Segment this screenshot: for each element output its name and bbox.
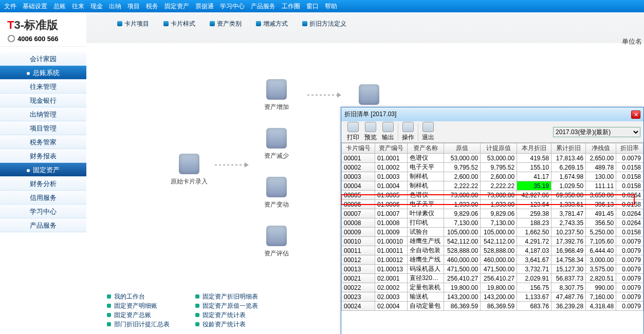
tool-卡片样式[interactable]: 卡片样式 (163, 20, 195, 28)
menu-文件[interactable]: 文件 (4, 2, 16, 11)
link-我的工作台[interactable]: 我的工作台 (107, 292, 170, 301)
nav-信用服务[interactable]: 信用服务 (0, 191, 86, 205)
exit-button[interactable]: 退出 (419, 122, 437, 142)
operate-button[interactable]: 操作 (399, 122, 417, 142)
row-id: 00023 (342, 292, 375, 302)
row-id: 00009 (342, 228, 375, 237)
flow-资产变动[interactable]: 资产变动 (256, 177, 297, 209)
table-row[interactable]: 0000801.0008打印机7,130.007,130.00188.232,7… (342, 218, 643, 228)
cell-value: 0.0264 (616, 191, 643, 200)
cell-value: 17,813.46 (551, 154, 586, 163)
table-row[interactable]: 0001101.00011全自动包装528,888.00528,888.004,… (342, 246, 643, 255)
table-row[interactable]: 0002202.0002定量包装机19,800.0019,800.00156.7… (342, 283, 643, 292)
flow-icon (359, 84, 379, 105)
col-计提原值[interactable]: 计提原值 (481, 143, 517, 154)
nav-会计家园[interactable]: 会计家园 (0, 52, 86, 66)
print-button[interactable]: 打印 (344, 122, 362, 142)
cell-value: 155.10 (517, 163, 551, 172)
tool-资产类别[interactable]: 资产类别 (210, 20, 242, 28)
link-固定资产折旧明细表[interactable]: 固定资产折旧明细表 (195, 292, 258, 301)
asset-name: 全自动包装 (407, 246, 444, 255)
menu-项目[interactable]: 项目 (127, 2, 140, 11)
nav-固定资产[interactable]: 固定资产 (0, 163, 86, 177)
table-row[interactable]: 0002102.0001直径3200咸256,410.27256,410.272… (342, 274, 643, 283)
link-固定资产明细账[interactable]: 固定资产明细账 (107, 301, 170, 310)
link-固定资产统计表[interactable]: 固定资产统计表 (195, 310, 258, 320)
cell-value: 2,650.00 (586, 154, 616, 163)
menu-往来[interactable]: 往来 (72, 2, 84, 11)
flow-right[interactable] (348, 84, 390, 108)
table-row[interactable]: 0000701.0007叶绿素仪9,829.069,829.06259.383,… (342, 209, 643, 218)
row-id: 00007 (342, 209, 375, 218)
col-折旧率[interactable]: 折旧率 (616, 143, 643, 154)
tool-折旧方法定义[interactable]: 折旧方法定义 (302, 20, 346, 28)
nav-项目管理[interactable]: 项目管理 (0, 121, 86, 135)
menu-票据通[interactable]: 票据通 (195, 2, 214, 11)
nav-总账系统[interactable]: 总账系统 (0, 66, 86, 80)
table-row[interactable]: 0000501.0005色谱仪73,000.0073,000.0042,927.… (342, 191, 643, 200)
tool-增减方式[interactable]: 增减方式 (256, 20, 288, 28)
menu-出纳[interactable]: 出纳 (109, 2, 121, 11)
preview-button[interactable]: 预览 (362, 122, 379, 142)
table-row[interactable]: 0002402.0004自动定量包86,369.5986,369.59683.7… (342, 302, 643, 311)
tool-卡片项目[interactable]: 卡片项目 (117, 20, 149, 28)
asset-name: 试验台 (407, 228, 444, 237)
col-资产名称[interactable]: 资产名称 (407, 143, 444, 154)
flow-entry[interactable]: 原始卡片录入 (169, 154, 210, 186)
grid-scroll[interactable]: 卡片编号资产编号资产名称原值计提原值本月折旧累计折旧净残值折旧率 0000101… (341, 143, 643, 334)
table-row[interactable]: 0000901.0009试验台105,000.00105,000.001,662… (342, 228, 643, 237)
table-row[interactable]: 0000201.0002电子天平9,795.529,795.52155.106,… (342, 163, 643, 172)
cell-value: 256,410.27 (481, 274, 517, 283)
link-役龄资产统计表[interactable]: 役龄资产统计表 (195, 320, 258, 329)
table-row[interactable]: 0000101.0001色谱仪53,000.0053,000.00419.581… (342, 154, 643, 163)
nav-学习中心[interactable]: 学习中心 (0, 205, 86, 218)
col-原值[interactable]: 原值 (444, 143, 481, 154)
link-固定资产总账[interactable]: 固定资产总账 (107, 310, 170, 320)
flow-资产评估[interactable]: 资产评估 (256, 226, 297, 258)
nav-现金银行[interactable]: 现金银行 (0, 94, 86, 107)
table-row[interactable]: 0000601.0006电子天平1,933.001,933.00123.641,… (342, 200, 643, 209)
asset-code: 01.00013 (375, 265, 407, 274)
menu-基础设置[interactable]: 基础设置 (23, 2, 47, 11)
nav-list: 会计家园总账系统往来管理现金银行出纳管理项目管理税务管家财务报表固定资产财务分析… (0, 52, 86, 232)
cell-value: 471,500.00 (444, 265, 481, 274)
menu-固定资产[interactable]: 固定资产 (164, 2, 189, 11)
row-id: 00003 (342, 172, 375, 181)
nav-税务管家[interactable]: 税务管家 (0, 135, 86, 149)
menu-现金[interactable]: 现金 (90, 2, 103, 11)
link-固定资产原值一览表[interactable]: 固定资产原值一览表 (195, 301, 258, 310)
nav-产品服务[interactable]: 产品服务 (0, 218, 86, 232)
table-row[interactable]: 0000301.0003制样机2,600.002,600.0041.171,67… (342, 172, 643, 181)
table-row[interactable]: 0001201.00012雄鹰生产线460,000.00460,000.003,… (342, 255, 643, 265)
flow-资产增加[interactable]: 资产增加 (256, 79, 297, 112)
cell-value: 35.19 (517, 181, 551, 191)
nav-财务分析[interactable]: 财务分析 (0, 177, 86, 191)
nav-出纳管理[interactable]: 出纳管理 (0, 107, 86, 121)
menu-学习中心[interactable]: 学习中心 (220, 2, 245, 11)
col-卡片编号[interactable]: 卡片编号 (342, 143, 375, 154)
link-部门折旧计提汇总表[interactable]: 部门折旧计提汇总表 (107, 320, 170, 329)
nav-财务报表[interactable]: 财务报表 (0, 149, 86, 163)
col-本月折旧[interactable]: 本月折旧 (517, 143, 551, 154)
menu-窗口[interactable]: 窗口 (306, 2, 319, 11)
period-select[interactable]: 2017.03(登录)(最新) (553, 127, 640, 137)
flow-资产减少[interactable]: 资产减少 (256, 128, 297, 160)
table-row[interactable]: 0000401.0004制样机2,222.222,222.2235.191,02… (342, 181, 643, 191)
menu-税务[interactable]: 税务 (146, 2, 158, 11)
menu-工作圈[interactable]: 工作圈 (282, 2, 300, 11)
export-button[interactable]: 输出 (379, 122, 397, 142)
cell-value: 356.50 (586, 218, 616, 228)
col-累计折旧[interactable]: 累计折旧 (551, 143, 586, 154)
table-row[interactable]: 0002302.0003输送机143,200.00143,200.001,133… (342, 292, 643, 302)
col-资产编号[interactable]: 资产编号 (375, 143, 407, 154)
table-row[interactable]: 0001301.00013码垛机器人471,500.00471,500.003,… (342, 265, 643, 274)
nav-往来管理[interactable]: 往来管理 (0, 80, 86, 94)
close-icon[interactable]: ✕ (631, 110, 640, 119)
table-row[interactable]: 0001001.00010雄鹰生产线542,112.00542,112.004,… (342, 237, 643, 246)
asset-name: 自动定量包 (407, 302, 444, 311)
menu-帮助[interactable]: 帮助 (325, 2, 337, 11)
asset-name: 制样机 (407, 181, 444, 191)
menu-产品服务[interactable]: 产品服务 (251, 2, 275, 11)
menu-总账[interactable]: 总账 (53, 2, 66, 11)
col-净残值[interactable]: 净残值 (586, 143, 616, 154)
